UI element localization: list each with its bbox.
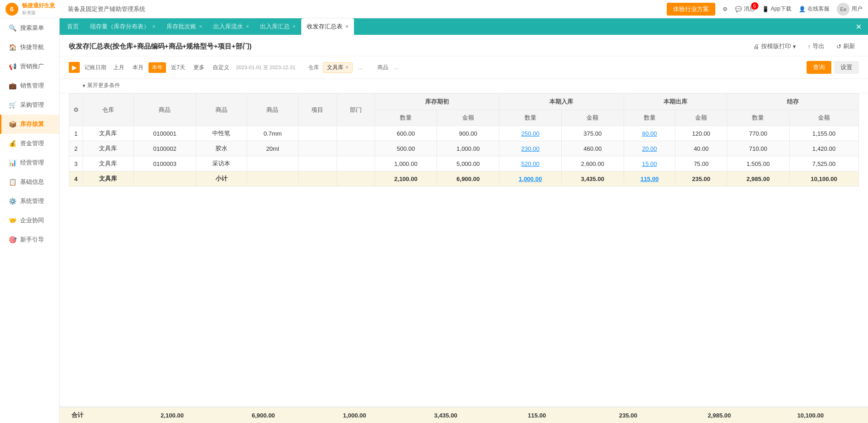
query-button[interactable]: 查询 [807, 61, 831, 74]
settings-button[interactable]: 设置 [834, 61, 859, 74]
sidebar-item-inventory[interactable]: 📦 库存核算 [0, 115, 59, 134]
sidebar-item-corp[interactable]: 🤝 企业协同 [0, 211, 59, 230]
date-btn-this-year[interactable]: 本年 [149, 62, 166, 73]
cell-out-qty-link[interactable]: 15.00 [642, 160, 657, 167]
warehouse-more[interactable]: ... [356, 63, 365, 71]
filter-toggle-button[interactable]: ▶ [69, 62, 80, 73]
settings-gear-icon: ⚙ [723, 6, 728, 12]
cell-out-amt: 235.00 [675, 171, 727, 187]
cell-opening-amt: 5,000.00 [437, 156, 499, 171]
cell-out-amt: 40.00 [675, 141, 727, 156]
cell-in-qty-link[interactable]: 250.00 [521, 130, 540, 137]
cell-out-qty-link[interactable]: 20.00 [642, 145, 657, 152]
refresh-button[interactable]: ↺ 刷新 [833, 40, 859, 52]
sidebar-label-business: 经营管理 [20, 159, 44, 167]
tab-home[interactable]: 首页 [61, 18, 84, 35]
online-service-item[interactable]: 👤 在线客服 [799, 5, 829, 13]
refresh-label: 刷新 [843, 42, 855, 50]
date-btn-last-month[interactable]: 上月 [110, 62, 127, 73]
sidebar-item-purchase[interactable]: 🛒 采购管理 [0, 95, 59, 115]
sidebar-item-basic[interactable]: 📋 基础信息 [0, 172, 59, 192]
app-download-item[interactable]: 📱 App下载 [762, 5, 791, 13]
th-project: 项目 [299, 94, 337, 126]
cell-out-qty-link[interactable]: 115.00 [641, 176, 659, 182]
tab-batch[interactable]: 库存批次账 × [161, 18, 208, 35]
mobile-icon: 📱 [762, 6, 769, 12]
cell-in-qty[interactable]: 520.00 [499, 156, 562, 171]
sidebar-item-business[interactable]: 📊 经营管理 [0, 153, 59, 172]
cell-out-qty[interactable]: 115.00 [624, 171, 675, 187]
tab-inventory-dist-label: 现存量（库存分布表） [90, 22, 149, 31]
experience-button[interactable]: 体验行业方案 [667, 3, 715, 16]
cell-in-qty[interactable]: 1,000.00 [499, 171, 562, 187]
tab-inout-flow-close[interactable]: × [246, 23, 249, 30]
cell-out-qty[interactable]: 80.00 [624, 126, 675, 141]
cell-in-qty-link[interactable]: 1,000.00 [519, 176, 542, 182]
cell-product-spec [247, 171, 299, 187]
date-btn-7days[interactable]: 近7天 [168, 62, 188, 73]
goods-more[interactable]: ... [392, 63, 400, 71]
tab-batch-label: 库存批次账 [166, 22, 196, 31]
sidebar-item-search[interactable]: 🔍 搜索菜单 [0, 18, 59, 38]
sidebar-item-guide[interactable]: 🎯 新手引导 [0, 230, 59, 249]
cell-in-qty[interactable]: 230.00 [499, 141, 562, 156]
warehouse-tag: 文具库 × [323, 62, 353, 73]
th-opening-group: 库存期初 [375, 94, 499, 110]
warehouse-tag-close[interactable]: × [345, 64, 348, 71]
export-icon: ↑ [808, 43, 811, 50]
settings-icon-item[interactable]: ⚙ [723, 6, 728, 12]
cell-product-code [133, 171, 196, 187]
tab-send-recv-summary[interactable]: 收发存汇总表 × [301, 18, 354, 35]
cell-dept [337, 141, 375, 156]
export-button[interactable]: ↑ 导出 [804, 40, 829, 52]
tab-send-recv-close[interactable]: × [345, 23, 348, 30]
th-in-group: 本期入库 [499, 94, 624, 110]
tab-inout-summary[interactable]: 出入库汇总 × [254, 18, 301, 35]
tab-inventory-dist-close[interactable]: × [152, 23, 155, 30]
cell-in-qty-link[interactable]: 520.00 [521, 160, 540, 167]
footer-in-amt: 3,435.00 [400, 412, 492, 419]
sidebar-item-finance[interactable]: 💰 资金管理 [0, 134, 59, 153]
tab-batch-close[interactable]: × [199, 23, 202, 30]
date-filter-label: 记账日期 [84, 64, 106, 71]
inventory-icon: 📦 [9, 121, 17, 128]
cell-opening-amt: 6,900.00 [437, 171, 499, 187]
sidebar-item-quick-nav[interactable]: 🏠 快捷导航 [0, 38, 59, 57]
sidebar-item-system[interactable]: ⚙️ 系统管理 [0, 192, 59, 211]
footer-closing-amt: 10,100.00 [765, 412, 856, 419]
cell-out-qty-link[interactable]: 80.00 [642, 130, 657, 137]
cell-out-amt: 75.00 [675, 156, 727, 171]
table-row: 1文具库0100001中性笔0.7mm600.00900.00250.00375… [69, 126, 859, 141]
tab-inout-flow[interactable]: 出入库流水 × [208, 18, 254, 35]
sidebar-item-marketing[interactable]: 📢 营销推广 [0, 57, 59, 76]
cell-opening-amt: 900.00 [437, 126, 499, 141]
cell-closing-amt: 1,420.00 [789, 141, 858, 156]
tab-bar-close-button[interactable]: ✕ [851, 22, 866, 31]
guide-icon: 🎯 [9, 236, 17, 243]
cell-in-qty[interactable]: 250.00 [499, 126, 562, 141]
th-opening-amt: 金额 [437, 110, 499, 126]
sidebar-label-search: 搜索菜单 [20, 24, 44, 32]
user-label: 用户 [851, 5, 862, 13]
th-dept: 部门 [337, 94, 375, 126]
print-button[interactable]: 🖨 按模版打印 ▾ [750, 40, 800, 52]
tab-inout-summary-close[interactable]: × [293, 23, 296, 30]
expand-more-button[interactable]: ▾ 展开更多条件 [83, 82, 120, 89]
tab-inventory-dist[interactable]: 现存量（库存分布表） × [84, 18, 161, 35]
message-icon-item[interactable]: 💬 消息 6 [735, 5, 755, 13]
th-warehouse: 仓库 [83, 94, 134, 126]
footer-closing-qty: 2,985.00 [674, 412, 765, 419]
cell-out-qty[interactable]: 15.00 [624, 156, 675, 171]
service-icon: 👤 [799, 6, 806, 12]
th-product-code: 商品 [133, 94, 196, 126]
th-settings[interactable]: ⚙ [69, 94, 83, 126]
th-out-qty: 数量 [624, 110, 675, 126]
date-btn-more[interactable]: 更多 [190, 62, 208, 73]
sidebar-item-sales[interactable]: 💼 销售管理 [0, 76, 59, 95]
date-btn-this-month[interactable]: 本月 [129, 62, 147, 73]
cell-out-qty[interactable]: 20.00 [624, 141, 675, 156]
user-item[interactable]: Ea 用户 [837, 3, 862, 16]
logo-area: 6 畅捷通好生意 标准版 装备及固定资产辅助管理系统 [6, 2, 145, 16]
date-btn-custom[interactable]: 自定义 [210, 62, 232, 73]
cell-in-qty-link[interactable]: 230.00 [521, 145, 540, 152]
